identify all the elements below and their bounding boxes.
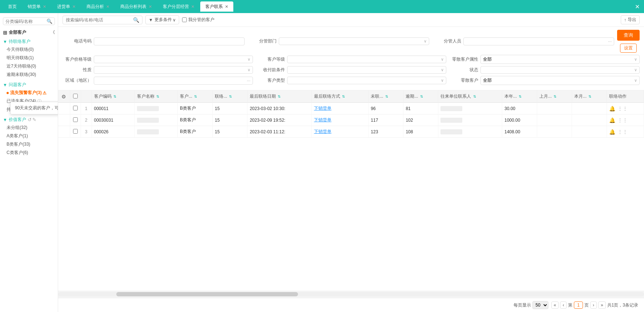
- sidebar-all-customers[interactable]: ⊞ 全部客户 《: [0, 28, 58, 37]
- col-type-sort-icon[interactable]: ⇅: [194, 94, 197, 98]
- col-this-month-sort-icon[interactable]: ⇅: [588, 94, 591, 98]
- query-button[interactable]: 查询: [617, 30, 640, 41]
- col-code-sort-icon[interactable]: ⇅: [113, 94, 116, 98]
- prev-page-btn[interactable]: ‹: [560, 301, 567, 309]
- person-select[interactable]: ···: [463, 37, 614, 45]
- status-select[interactable]: ∨: [480, 66, 640, 74]
- sidebar-group-value-title[interactable]: ▼ 价值客户 ↺ ✎: [0, 115, 58, 123]
- tab-sales-close[interactable]: ✕: [43, 4, 46, 9]
- refresh-icon[interactable]: ↺: [28, 117, 32, 122]
- col-last-date-sort-icon[interactable]: ⇅: [278, 94, 281, 98]
- col-last-month-sort-icon[interactable]: ⇅: [554, 94, 556, 98]
- action-contact-icon-2[interactable]: 🔔: [609, 129, 615, 135]
- first-page-btn[interactable]: «: [551, 301, 559, 309]
- current-page-num: 1: [574, 301, 583, 309]
- col-overdue-sort-icon[interactable]: ⇅: [420, 94, 423, 98]
- row-checkbox-2[interactable]: [70, 126, 81, 138]
- sidebar-group-problem-title[interactable]: ▼ 问题客户: [0, 80, 58, 89]
- row-check-2[interactable]: [73, 129, 78, 134]
- row-method-1[interactable]: 下销货单: [311, 114, 368, 126]
- zero-customer-select[interactable]: 全部 ∨: [480, 76, 640, 85]
- row-unit-contact-0: [438, 103, 502, 114]
- tab-sales[interactable]: 销货单 ✕: [23, 1, 51, 12]
- next-page-btn[interactable]: ›: [590, 301, 597, 309]
- zero-customer-attr-select[interactable]: 全部 ∨: [480, 55, 640, 64]
- action-more-icon-0[interactable]: ⋮⋮: [617, 106, 628, 112]
- tab-home[interactable]: 首页: [3, 1, 22, 12]
- region-select[interactable]: ···: [94, 77, 253, 85]
- per-page-select[interactable]: 50: [532, 301, 548, 309]
- sidebar-item-today[interactable]: 今天待联络(0): [0, 45, 58, 54]
- sidebar-item-tomorrow[interactable]: 明天待联络(1): [0, 54, 58, 62]
- main-search-input[interactable]: [66, 17, 132, 23]
- tab-analysis-list[interactable]: 商品分析列表 ✕: [115, 1, 157, 12]
- tab-customer-contact[interactable]: 客户联系 ✕: [200, 1, 233, 12]
- phone-input[interactable]: [94, 37, 245, 45]
- scrollbar-thumb[interactable]: [116, 292, 298, 296]
- horizontal-scrollbar[interactable]: [58, 292, 644, 296]
- action-contact-icon-1[interactable]: 🔔: [609, 117, 615, 123]
- customer-type-select[interactable]: ∨: [287, 77, 446, 84]
- price-level-select[interactable]: ∨: [94, 56, 253, 63]
- sidebar-group-pending-title[interactable]: ▼ 待联络客户: [0, 37, 58, 45]
- dept-select[interactable]: ∨: [279, 37, 430, 45]
- region-label: 区域（地区）: [63, 77, 92, 84]
- col-last-method-sort-icon[interactable]: ⇅: [342, 94, 345, 98]
- customer-level-select[interactable]: ∨: [287, 56, 446, 63]
- sidebar-collapse-btn[interactable]: 《: [51, 29, 55, 36]
- row-check-1[interactable]: [73, 117, 78, 122]
- row-checkbox-0[interactable]: [70, 103, 81, 114]
- tab-customer-tier[interactable]: 客户分层经营 ✕: [158, 1, 200, 12]
- col-name-sort-icon[interactable]: ⇅: [156, 94, 159, 98]
- sidebar-item-7days[interactable]: 近7天待联络(0): [0, 62, 58, 70]
- region-ellipsis-icon[interactable]: ···: [245, 78, 250, 83]
- sidebar-item-b-class[interactable]: B类客户(33): [0, 140, 58, 149]
- tab-customer-contact-close[interactable]: ✕: [225, 4, 228, 9]
- sidebar-item-churn-warning[interactable]: 流失预警客户(3) ⚠: [0, 89, 58, 97]
- col-uncontacted-sort-icon[interactable]: ⇅: [385, 94, 388, 98]
- row-method-0[interactable]: 下销货单: [311, 103, 368, 114]
- sidebar-search-input[interactable]: [5, 19, 47, 24]
- tab-purchase-close[interactable]: ✕: [72, 4, 76, 9]
- row-method-2[interactable]: 下销货单: [311, 126, 368, 138]
- settings-gear-icon[interactable]: ⚙: [61, 94, 66, 100]
- col-action: 联络动作: [607, 90, 644, 103]
- select-all-checkbox[interactable]: [73, 94, 78, 98]
- my-customers-checkbox[interactable]: [182, 17, 187, 22]
- sidebar-item-a-class[interactable]: A类客户(1): [0, 132, 58, 140]
- tab-purchase[interactable]: 进货单 ✕: [52, 1, 81, 12]
- more-conditions-btn[interactable]: ▼ 更多条件 ∨: [145, 15, 179, 24]
- row-overdue-0: 81: [403, 103, 438, 114]
- person-ellipsis-icon[interactable]: ···: [606, 39, 612, 44]
- table-area: ⚙ 客户编码 ⇅ 客户名称: [58, 90, 644, 291]
- row-checkbox-1[interactable]: [70, 114, 81, 126]
- col-unit-sort-icon[interactable]: ⇅: [473, 94, 476, 98]
- pagination-bar: 每页显示 50 « ‹ 第 1 页 › » 共1页，3条记录: [58, 298, 644, 312]
- chevron-down-icon: ∨: [173, 17, 176, 23]
- sidebar-item-overdue-contact[interactable]: 逾期未联络(30): [0, 70, 58, 79]
- payment-select[interactable]: ∨: [287, 66, 446, 74]
- tab-customer-tier-close[interactable]: ✕: [191, 4, 194, 9]
- tab-analysis-close[interactable]: ✕: [106, 4, 109, 9]
- sidebar-item-ungroup[interactable]: 未分组(32): [0, 123, 58, 132]
- window-close-button[interactable]: ✕: [631, 3, 644, 10]
- tab-analysis[interactable]: 商品分析 ✕: [81, 1, 114, 12]
- action-more-icon-2[interactable]: ⋮⋮: [617, 129, 628, 135]
- settings-button[interactable]: 设置: [620, 44, 637, 53]
- col-this-year-sort-icon[interactable]: ⇅: [519, 94, 522, 98]
- tab-analysis-list-close[interactable]: ✕: [149, 4, 152, 9]
- col-code: 客户编码 ⇅: [92, 90, 134, 103]
- last-page-btn[interactable]: »: [598, 301, 606, 309]
- nature-select[interactable]: ∨: [94, 66, 253, 74]
- main-search-icon[interactable]: 🔍: [133, 17, 139, 23]
- action-more-icon-1[interactable]: ⋮⋮: [617, 117, 628, 123]
- col-checkbox[interactable]: [70, 90, 81, 103]
- col-contact-sort-icon[interactable]: ⇅: [229, 94, 232, 98]
- export-button[interactable]: ↑ 导出: [621, 15, 640, 24]
- page-nav: « ‹ 第 1 页 › » 共1页，3条记录: [551, 301, 638, 309]
- action-contact-icon-0[interactable]: 🔔: [609, 106, 615, 112]
- sidebar-item-c-class[interactable]: C类客户(6): [0, 149, 58, 157]
- row-check-0[interactable]: [73, 106, 78, 110]
- col-settings[interactable]: ⚙: [58, 90, 70, 103]
- edit-icon[interactable]: ✎: [32, 117, 36, 122]
